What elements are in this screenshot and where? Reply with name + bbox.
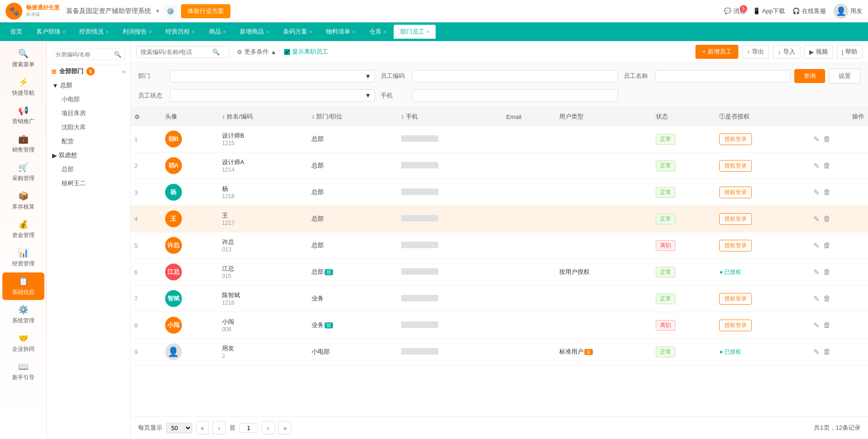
show-resign-checkbox[interactable] (284, 49, 290, 55)
page-number-input[interactable] (239, 423, 258, 433)
tab-customer-close[interactable]: × (62, 29, 65, 35)
help-button[interactable]: | 帮助 (837, 45, 862, 59)
col-name[interactable]: ↕ 姓名/编码 (218, 108, 308, 126)
last-page-btn[interactable]: » (278, 421, 292, 434)
auth-login-button[interactable]: 授权登录 (719, 293, 752, 305)
tab-home[interactable]: 首页 (4, 25, 29, 39)
tab-goods-close[interactable]: × (223, 29, 226, 35)
tab-operation[interactable]: 经营情况 × (73, 25, 115, 39)
add-employee-button[interactable]: + 新增员工 (695, 45, 738, 59)
auth-login-button[interactable]: 授权登录 (719, 187, 752, 198)
dept-search-box[interactable]: 🔍 (51, 49, 125, 60)
nav-item-inventory[interactable]: 📦 库存核算 (2, 187, 44, 215)
delete-icon[interactable]: 🗑 (823, 135, 831, 144)
tab-customer[interactable]: 客户联络 × (30, 25, 72, 39)
dept-search-input[interactable] (56, 51, 112, 58)
edit-icon[interactable]: ✎ (813, 294, 819, 303)
tab-bom-close[interactable]: × (352, 29, 355, 35)
view-button[interactable]: ▶ 视频 (804, 45, 833, 59)
delete-icon[interactable]: 🗑 (823, 241, 831, 250)
auth-login-button[interactable]: 授权登录 (719, 133, 752, 145)
export-button[interactable]: ↑ 导出 (742, 45, 770, 59)
dept-item-peihuo[interactable]: 配货 (47, 134, 130, 148)
filter-status-select[interactable]: ▼ (170, 89, 375, 102)
reset-button[interactable]: 设置 (829, 69, 861, 84)
query-button[interactable]: 查询 (794, 69, 825, 83)
user-menu-btn[interactable]: 👤 用友 (833, 4, 862, 19)
tab-barcode[interactable]: 条码方案 × (277, 25, 319, 39)
nav-item-collab[interactable]: 🤝 企业协同 (2, 329, 44, 357)
edit-icon[interactable]: ✎ (813, 268, 819, 277)
show-resign-label[interactable]: 显示离职员工 (284, 48, 328, 56)
trial-button[interactable]: 体验行业方案 (181, 4, 230, 18)
message-btn[interactable]: 💬 5 消息 (724, 7, 745, 15)
auth-login-button[interactable]: 授权登录 (719, 213, 752, 225)
delete-icon[interactable]: 🗑 (823, 321, 831, 330)
nav-item-marketing[interactable]: 📢 营销推广 (2, 102, 44, 129)
more-filters-btn[interactable]: ⚙ 更多条件 ▲ (233, 46, 280, 58)
tab-employee[interactable]: 部门员工 × (394, 25, 436, 39)
tab-bizhistory-close[interactable]: × (192, 29, 194, 35)
nav-item-finance[interactable]: 💰 资金管理 (2, 216, 44, 243)
edit-icon[interactable]: ✎ (813, 241, 819, 250)
edit-icon[interactable]: ✎ (813, 215, 819, 223)
auth-login-button[interactable]: 授权登录 (719, 160, 752, 172)
edit-icon[interactable]: ✎ (813, 135, 819, 144)
per-page-select[interactable]: 50 20 100 (166, 423, 192, 433)
edit-icon[interactable]: ✎ (813, 321, 819, 330)
filter-dept-select[interactable]: ▼ (170, 70, 375, 83)
nav-item-sales[interactable]: 💼 销售管理 (2, 130, 44, 158)
auth-login-button[interactable]: 授权登录 (719, 320, 752, 331)
nav-item-shortcut[interactable]: ⚡ 快捷导航 (2, 73, 44, 101)
edit-icon[interactable]: ✎ (813, 188, 819, 197)
tab-warehouse-close[interactable]: × (383, 29, 386, 35)
col-phone[interactable]: ↕ 手机 (397, 108, 503, 126)
nav-item-sysmanage[interactable]: ⚙️ 系统管理 (2, 301, 44, 328)
import-button[interactable]: ↓ 导入 (773, 45, 800, 59)
next-page-btn[interactable]: › (262, 421, 275, 434)
edit-icon[interactable]: ✎ (813, 161, 819, 170)
nav-item-guide[interactable]: 📖 新手引导 (2, 358, 44, 385)
delete-icon[interactable]: 🗑 (823, 188, 831, 197)
main-search-input[interactable] (140, 49, 210, 56)
nav-item-basicinfo[interactable]: 📋 基础信息 (2, 272, 44, 300)
delete-icon[interactable]: 🗑 (823, 268, 831, 277)
delete-icon[interactable]: 🗑 (823, 294, 831, 303)
delete-icon[interactable]: 🗑 (823, 161, 831, 170)
tab-operation-close[interactable]: × (105, 29, 108, 35)
filter-name-input[interactable] (655, 70, 791, 83)
dept-group-shuangluxiang[interactable]: ▶ 双虑想 (47, 148, 130, 162)
dept-all-label[interactable]: 全部部门 (59, 67, 83, 76)
tab-employee-close[interactable]: × (426, 29, 429, 35)
delete-icon[interactable]: 🗑 (823, 348, 831, 356)
tab-addgoods[interactable]: 新增商品 × (233, 25, 275, 39)
app-download-btn[interactable]: 📱 App下载 (753, 7, 785, 15)
filter-phone-input[interactable] (412, 89, 618, 102)
dept-group-head[interactable]: ▼ 总部 (47, 78, 130, 92)
prev-page-btn[interactable]: ‹ (213, 421, 226, 434)
settings-gear-icon[interactable]: ⚙️ (164, 5, 177, 18)
dept-collapse-btn[interactable]: « (122, 68, 125, 75)
tab-bizhistory[interactable]: 经营历程 × (159, 25, 201, 39)
col-dept[interactable]: ↕ 部门/职位 (308, 108, 397, 126)
edit-icon[interactable]: ✎ (813, 348, 819, 356)
filter-code-input[interactable] (412, 70, 618, 83)
dept-item-xiaodianbу[interactable]: 小电部 (47, 92, 130, 106)
tab-warehouse[interactable]: 仓库 × (363, 25, 393, 39)
dept-item-zhishu[interactable]: 植树王二 (47, 176, 130, 190)
tab-addgoods-close[interactable]: × (266, 29, 269, 35)
nav-item-bizmanage[interactable]: 📊 经营管理 (2, 244, 44, 272)
nav-item-purchase[interactable]: 🛒 采购管理 (2, 159, 44, 186)
tab-profit-close[interactable]: × (149, 29, 152, 35)
tab-barcode-close[interactable]: × (309, 29, 312, 35)
main-search-box[interactable]: 🔍 (136, 46, 229, 58)
online-service-btn[interactable]: 🎧 在线客服 (792, 7, 826, 15)
first-page-btn[interactable]: « (196, 421, 209, 434)
delete-icon[interactable]: 🗑 (823, 215, 831, 223)
system-title-arrow[interactable]: ▼ (155, 8, 160, 14)
dept-item-zongbu[interactable]: 总部 (47, 162, 130, 176)
col-settings[interactable]: ⚙ (131, 108, 161, 126)
auth-login-button[interactable]: 授权登录 (719, 240, 752, 251)
dept-item-shenyang[interactable]: 沈阳大库 (47, 120, 130, 134)
tab-goods[interactable]: 商品 × (202, 25, 232, 39)
